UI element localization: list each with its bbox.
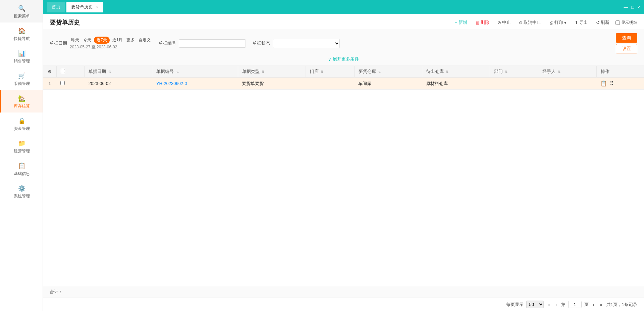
sidebar-item-sales[interactable]: 📊销售管理 — [0, 45, 43, 68]
col-dept[interactable]: 部门 ⇅ — [490, 66, 538, 78]
date-range-text: 2023-05-27 至 2023-06-02 — [70, 44, 152, 50]
col-doctype[interactable]: 单据类型 ⇅ — [238, 66, 306, 78]
tab-active-label: 要货单历史 — [71, 4, 93, 10]
main-area: 首页 要货单历史 × — □ × 要货单历史 + 新增 🗑 删除 — [43, 0, 644, 311]
date-shortcut-4[interactable]: 更多 — [125, 37, 136, 44]
refresh-button[interactable]: ↺ 刷新 — [594, 18, 611, 27]
sidebar-label-sales: 销售管理 — [14, 58, 30, 64]
refresh-label: 刷新 — [601, 19, 609, 26]
first-page-btn[interactable]: « — [546, 301, 552, 308]
sidebar-item-operations[interactable]: 📁经营管理 — [0, 135, 43, 158]
sort-docnum-icon: ⇅ — [176, 70, 179, 74]
row-docnum-link[interactable]: YH-20230602-0 — [156, 81, 187, 86]
date-shortcut-0[interactable]: 昨天 — [70, 37, 80, 44]
topbar-right-controls: — □ × — [624, 5, 640, 10]
date-shortcut-5[interactable]: 自定义 — [137, 37, 152, 44]
export-icon: ⬆ — [575, 20, 578, 25]
row-docnum: YH-20230602-0 — [152, 78, 238, 90]
doc-num-input[interactable] — [179, 39, 246, 48]
display-detail-toggle[interactable]: 显示明细 — [615, 20, 637, 26]
filter-bar: 单据日期 昨天今天近7天近1月更多自定义2023-05-27 至 2023-06… — [43, 30, 644, 66]
window-minimize-btn[interactable]: — — [624, 5, 628, 10]
status-select[interactable] — [273, 39, 340, 48]
date-shortcut-2[interactable]: 近7天 — [94, 37, 110, 44]
filter-actions: 查询 设置 — [616, 33, 637, 53]
last-page-btn[interactable]: » — [598, 301, 604, 308]
col-date[interactable]: 单据日期 ⇅ — [85, 66, 152, 78]
row-checkbox[interactable] — [56, 78, 85, 90]
stop-icon: ⊘ — [497, 20, 501, 25]
col-pending-warehouse[interactable]: 待出仓库 ⇅ — [422, 66, 490, 78]
col-handler[interactable]: 经手人 ⇅ — [538, 66, 596, 78]
prev-page-btn[interactable]: ‹ — [554, 301, 558, 308]
sidebar-item-search[interactable]: 🔍搜索菜单 — [0, 0, 43, 23]
row-doctype: 要货单要货 — [238, 78, 306, 90]
sidebar-item-basic[interactable]: 📋基础信息 — [0, 158, 43, 180]
sidebar-label-basic: 基础信息 — [14, 171, 30, 177]
row-num: 1 — [43, 78, 56, 90]
date-shortcuts: 昨天今天近7天近1月更多自定义2023-05-27 至 2023-06-02 — [70, 37, 152, 50]
sidebar-label-search: 搜索菜单 — [14, 13, 30, 19]
page-size-select[interactable]: 50 20 100 200 — [526, 301, 544, 308]
sidebar-item-inventory[interactable]: 🏡库存核算 — [0, 90, 43, 113]
delete-button[interactable]: 🗑 删除 — [473, 18, 491, 27]
expand-label: 展开更多条件 — [333, 56, 359, 62]
delete-label: 删除 — [481, 19, 489, 26]
date-shortcut-1[interactable]: 今天 — [82, 37, 93, 44]
window-close-btn[interactable]: × — [637, 5, 640, 10]
export-button[interactable]: ⬆ 导出 — [573, 18, 590, 27]
tab-active[interactable]: 要货单历史 × — [66, 2, 103, 12]
date-filter-label: 单据日期 — [50, 40, 67, 46]
sidebar-label-inventory: 库存核算 — [14, 103, 30, 109]
row-ops: 📋 ⠿ — [596, 78, 644, 90]
next-page-btn[interactable]: › — [591, 301, 596, 308]
refresh-icon: ↺ — [596, 20, 600, 25]
row-more-btn[interactable]: ⠿ — [610, 80, 614, 87]
page-label-prefix: 第 — [561, 302, 566, 308]
col-req-warehouse[interactable]: 要货仓库 ⇅ — [354, 66, 422, 78]
setting-button[interactable]: 设置 — [616, 44, 637, 53]
status-label: 单据状态 — [253, 40, 270, 46]
toolbar: + 新增 🗑 删除 ⊘ 中止 ⊘ 取消中止 🖨 打印 ▾ — [453, 18, 637, 27]
window-maximize-btn[interactable]: □ — [632, 5, 634, 10]
query-button[interactable]: 查询 — [616, 33, 637, 43]
topbar: 首页 要货单历史 × — □ × — [43, 0, 644, 14]
col-docnum[interactable]: 单据编号 ⇅ — [152, 66, 238, 78]
operations-icon: 📁 — [18, 140, 25, 147]
cancel-stop-label: 取消中止 — [524, 19, 541, 26]
expand-more-btn[interactable]: ∨ 展开更多条件 — [50, 56, 637, 62]
sidebar-label-purchase: 采购管理 — [14, 81, 30, 87]
col-settings[interactable]: ⚙ — [43, 66, 56, 78]
tab-close-icon[interactable]: × — [96, 5, 98, 9]
stop-button[interactable]: ⊘ 中止 — [495, 18, 513, 27]
new-button[interactable]: + 新增 — [453, 18, 469, 27]
tab-home[interactable]: 首页 — [47, 2, 65, 12]
print-button[interactable]: 🖨 打印 ▾ — [547, 18, 569, 27]
cancel-stop-button[interactable]: ⊘ 取消中止 — [517, 18, 543, 27]
print-dropdown-icon: ▾ — [564, 20, 567, 25]
sidebar-label-shortcut: 快捷导航 — [14, 36, 30, 42]
filter-group-date: 单据日期 昨天今天近7天近1月更多自定义2023-05-27 至 2023-06… — [50, 37, 152, 50]
select-all-checkbox[interactable] — [61, 69, 65, 73]
sidebar-item-finance[interactable]: 🔒资金管理 — [0, 113, 43, 135]
row-store — [306, 78, 354, 90]
table-row: 1 2023-06-02 YH-20230602-0 要货单要货 车间库 原材料… — [43, 78, 644, 90]
sidebar-label-operations: 经营管理 — [14, 148, 30, 154]
row-date: 2023-06-02 — [85, 78, 152, 90]
sidebar-item-system[interactable]: ⚙️系统管理 — [0, 180, 43, 203]
table-body: 1 2023-06-02 YH-20230602-0 要货单要货 车间库 原材料… — [43, 78, 644, 90]
page-number-input[interactable] — [568, 301, 582, 308]
col-checkbox — [56, 66, 85, 78]
cancel-stop-icon: ⊘ — [519, 20, 523, 25]
col-store[interactable]: 门店 ⇅ — [306, 66, 354, 78]
date-shortcut-3[interactable]: 近1月 — [111, 37, 124, 44]
sidebar: 🔍搜索菜单🏠快捷导航📊销售管理🛒采购管理🏡库存核算🔒资金管理📁经营管理📋基础信息… — [0, 0, 43, 311]
table-footer: 合计： — [43, 286, 644, 298]
sidebar-item-purchase[interactable]: 🛒采购管理 — [0, 68, 43, 90]
display-detail-checkbox[interactable] — [615, 20, 620, 25]
sidebar-item-shortcut[interactable]: 🏠快捷导航 — [0, 23, 43, 45]
row-edit-btn[interactable]: 📋 — [600, 80, 607, 87]
shortcut-icon: 🏠 — [18, 27, 25, 35]
export-label: 导出 — [579, 19, 588, 26]
expand-icon: ∨ — [328, 57, 331, 62]
